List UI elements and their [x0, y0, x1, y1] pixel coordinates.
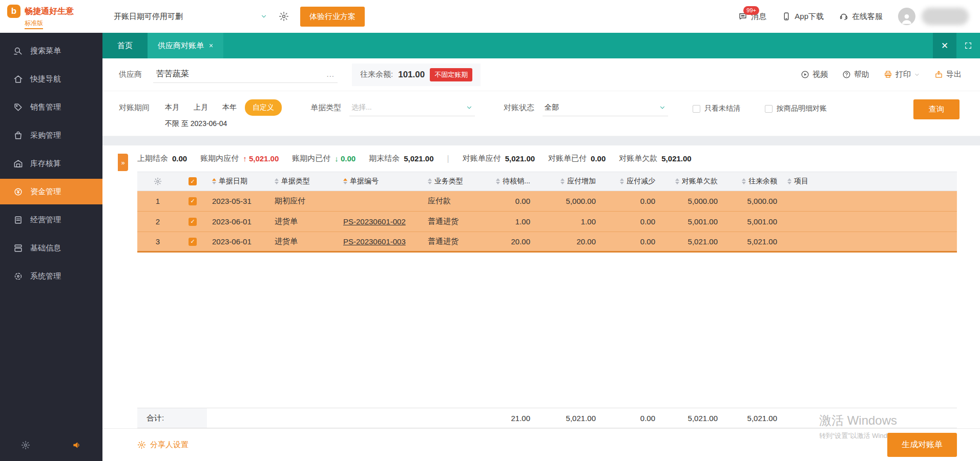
- status-select[interactable]: 全部: [543, 100, 668, 116]
- sidebar-item-label: 快捷导航: [30, 74, 61, 84]
- row-checkbox[interactable]: ✓: [189, 238, 197, 246]
- settings-gear-icon[interactable]: [21, 441, 30, 450]
- checkbox-icon[interactable]: [765, 105, 773, 113]
- export-button[interactable]: 导出: [934, 70, 962, 79]
- summary-value: 5,021.00: [661, 154, 691, 163]
- sort-icon[interactable]: [675, 178, 679, 184]
- row-checkbox[interactable]: ✓: [189, 218, 197, 226]
- doc-type-select[interactable]: 选择...: [349, 100, 475, 116]
- sort-icon[interactable]: [560, 178, 565, 184]
- gear-icon[interactable]: [279, 11, 289, 22]
- sidebar-menu: 搜索菜单 快捷导航 销售管理 采购管理 库存核算 资金管理 经营管理 基础信息: [0, 33, 102, 289]
- search-icon: [13, 46, 23, 56]
- messages-button[interactable]: 99+ 消息: [738, 12, 766, 22]
- by-goods-checkbox[interactable]: 按商品明细对账: [765, 104, 827, 113]
- sidebar-item-label: 采购管理: [30, 131, 61, 140]
- sort-icon[interactable]: [343, 178, 347, 184]
- sidebar-item-basic-info[interactable]: 基础信息: [0, 235, 102, 261]
- sort-icon[interactable]: [275, 178, 279, 184]
- sidebar-item-search-menu[interactable]: 搜索菜单: [0, 38, 102, 64]
- money-icon: [13, 187, 23, 197]
- query-button[interactable]: 查询: [913, 99, 960, 119]
- user-avatar[interactable]: [898, 8, 915, 25]
- table-header-row: ✓ 单据日期 单据类型 单据编号 业务类型 待核销... 应付增加 应付减少 对…: [137, 172, 957, 191]
- header-biz-type[interactable]: 业务类型: [423, 172, 479, 191]
- brand-title: 畅捷通好生意: [25, 6, 74, 17]
- header-project[interactable]: 项目: [782, 172, 957, 191]
- account-date-dropdown[interactable]: 开账日期可停用可删: [114, 12, 267, 22]
- period-this-year-button[interactable]: 本年: [216, 99, 243, 116]
- sidebar-item-business[interactable]: 经营管理: [0, 207, 102, 233]
- table-row[interactable]: 2 ✓ 2023-06-01 进货单 PS-20230601-002 普通进货 …: [137, 212, 957, 232]
- tab-supplier-statement[interactable]: 供应商对账单 ×: [148, 33, 223, 58]
- cell-doc-type: 进货单: [269, 212, 338, 232]
- sidebar-item-funds[interactable]: 资金管理: [0, 179, 102, 204]
- header-payable-increase[interactable]: 应付增加: [535, 172, 601, 191]
- period-custom-button[interactable]: 自定义: [245, 99, 282, 116]
- doc-no-link[interactable]: PS-20230601-002: [343, 217, 406, 226]
- checkbox-icon[interactable]: [693, 105, 700, 113]
- header-doc-no[interactable]: 单据编号: [338, 172, 423, 191]
- chevron-down-icon: [659, 104, 666, 111]
- collapse-panel-button[interactable]: »: [118, 154, 128, 171]
- summary-item: 账期内已付 ↓ 0.00: [292, 154, 356, 163]
- print-button[interactable]: 打印: [884, 70, 920, 79]
- doc-type-label: 单据类型: [310, 103, 341, 113]
- sort-icon[interactable]: [787, 178, 791, 184]
- app-download-button[interactable]: App下载: [782, 12, 824, 22]
- speaker-icon[interactable]: [72, 441, 81, 450]
- supplier-more-icon[interactable]: ...: [326, 70, 335, 78]
- cell-biz-type: 应付款: [423, 191, 479, 211]
- header-doc-type[interactable]: 单据类型: [269, 172, 338, 191]
- cell-increase: 20.00: [535, 232, 601, 251]
- cell-biz-type: 普通进货: [423, 212, 479, 232]
- generate-statement-button[interactable]: 生成对账单: [887, 433, 957, 457]
- doc-no-link[interactable]: PS-20230601-003: [343, 237, 406, 246]
- period-this-month-button[interactable]: 本月: [159, 99, 185, 116]
- header-payable-decrease[interactable]: 应付减少: [601, 172, 660, 191]
- sidebar-item-purchase[interactable]: 采购管理: [0, 122, 102, 148]
- gear-icon[interactable]: [154, 177, 162, 185]
- supplier-section: 供应商 苦苦蔬菜 ... 往来余额: 101.00 不固定账期 视频 帮助 打印: [102, 58, 980, 91]
- sort-icon[interactable]: [742, 178, 746, 184]
- report-icon: [13, 215, 23, 225]
- row-checkbox[interactable]: ✓: [189, 197, 197, 205]
- header-statement-owed[interactable]: 对账单欠款: [660, 172, 723, 191]
- table-row[interactable]: 3 ✓ 2023-06-01 进货单 PS-20230601-003 普通进货 …: [137, 232, 957, 253]
- fullscreen-icon[interactable]: [956, 33, 980, 58]
- select-all-checkbox[interactable]: ✓: [189, 177, 197, 185]
- experience-solution-button[interactable]: 体验行业方案: [300, 7, 365, 27]
- sort-icon[interactable]: [212, 178, 216, 184]
- share-settings-button[interactable]: 分享人设置: [137, 440, 189, 450]
- header-pending[interactable]: 待核销...: [479, 172, 535, 191]
- tab-close-icon[interactable]: ×: [209, 41, 213, 50]
- header-running-balance[interactable]: 往来余额: [723, 172, 782, 191]
- export-icon: [934, 70, 943, 79]
- headset-icon: [839, 12, 848, 21]
- sidebar-item-system[interactable]: 系统管理: [0, 263, 102, 289]
- period-last-month-button[interactable]: 上月: [187, 99, 214, 116]
- video-label: 视频: [812, 70, 828, 79]
- video-button[interactable]: 视频: [801, 70, 828, 79]
- help-icon: [842, 70, 851, 79]
- unsettled-checkbox[interactable]: 只看未结清: [693, 104, 740, 113]
- header-doc-date[interactable]: 单据日期: [207, 172, 269, 191]
- sort-icon[interactable]: [496, 178, 500, 184]
- sidebar-item-inventory[interactable]: 库存核算: [0, 151, 102, 176]
- by-goods-checkbox-label: 按商品明细对账: [777, 104, 827, 113]
- table-row[interactable]: 1 ✓ 2023-05-31 期初应付 应付款 0.00 5,000.00 0.…: [137, 191, 957, 212]
- sidebar-item-sales[interactable]: 销售管理: [0, 94, 102, 120]
- sidebar-item-quick-nav[interactable]: 快捷导航: [0, 66, 102, 92]
- supplier-select[interactable]: 苦苦蔬菜 ...: [153, 67, 338, 83]
- printer-icon: [884, 70, 892, 79]
- sort-icon[interactable]: [620, 178, 624, 184]
- summary-item: 对账单应付 5,021.00: [463, 154, 535, 163]
- brand-logo-icon: b: [7, 5, 20, 18]
- close-all-tabs-icon[interactable]: ✕: [933, 33, 956, 58]
- tab-home[interactable]: 首页: [102, 33, 148, 58]
- help-button[interactable]: 帮助: [842, 70, 869, 79]
- online-service-button[interactable]: 在线客服: [839, 12, 883, 22]
- summary-label: 账期内已付: [292, 154, 330, 163]
- sort-icon[interactable]: [428, 178, 432, 184]
- supplier-label: 供应商: [119, 70, 142, 79]
